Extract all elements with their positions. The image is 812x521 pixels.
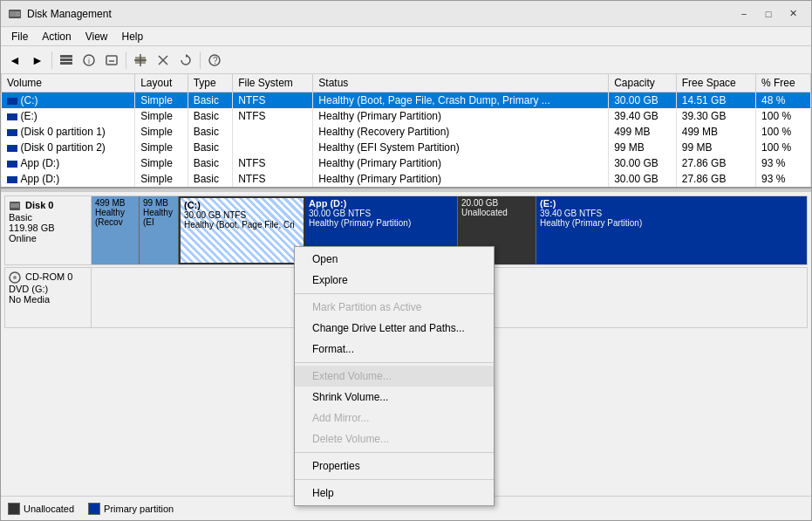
cell-capacity: 30.00 GB — [609, 93, 677, 109]
col-type[interactable]: Type — [188, 74, 233, 93]
cell-type: Basic — [188, 155, 233, 171]
minimize-button[interactable]: − — [733, 5, 755, 23]
volume-table: Volume Layout Type File System Status Ca… — [1, 74, 811, 187]
maximize-button[interactable]: □ — [757, 5, 780, 23]
context-menu-separator — [295, 362, 494, 363]
svg-text:?: ? — [213, 56, 218, 65]
cell-capacity: 30.00 GB — [609, 155, 677, 171]
part-e-name: (E:) — [540, 198, 803, 209]
disk-0-type: Basic — [9, 212, 87, 223]
svg-text:i: i — [88, 57, 90, 65]
part-efi-size: 99 MB — [143, 198, 174, 208]
cell-layout: Simple — [135, 155, 188, 171]
table-row[interactable]: (E:)SimpleBasicNTFSHealthy (Primary Part… — [2, 108, 811, 124]
help-toolbar-button[interactable]: ? — [204, 50, 225, 71]
partition-e[interactable]: (E:) 39.40 GB NTFS Healthy (Primary Part… — [536, 196, 807, 264]
forward-button[interactable]: ► — [27, 50, 48, 71]
context-menu-item[interactable]: Format... — [295, 339, 494, 360]
context-menu-item[interactable]: Properties — [295, 456, 494, 476]
cell-status: Healthy (EFI System Partition) — [313, 140, 609, 155]
cell-freespace: 99 MB — [676, 140, 755, 155]
disk-button[interactable] — [101, 50, 122, 71]
context-menu-separator — [295, 479, 494, 480]
cell-fs — [233, 124, 313, 140]
cell-volume: (E:) — [2, 108, 135, 124]
col-layout[interactable]: Layout — [135, 74, 188, 93]
refresh-button[interactable] — [175, 50, 196, 71]
cell-percentfree: 48 % — [756, 93, 811, 109]
volume-table-area: Volume Layout Type File System Status Ca… — [1, 74, 811, 189]
app-icon — [8, 7, 22, 21]
cell-freespace: 14.51 GB — [676, 93, 755, 109]
delete-button[interactable] — [153, 50, 174, 71]
part-e-size: 39.40 GB NTFS — [540, 209, 803, 218]
cell-layout: Simple — [135, 93, 188, 109]
table-row[interactable]: (C:)SimpleBasicNTFSHealthy (Boot, Page F… — [2, 93, 811, 109]
cell-status: Healthy (Primary Partition) — [313, 108, 609, 124]
menu-view[interactable]: View — [78, 29, 115, 45]
cell-percentfree: 93 % — [756, 155, 811, 171]
legend-unallocated-box — [8, 503, 20, 515]
close-button[interactable]: ✕ — [781, 5, 804, 23]
window-controls: − □ ✕ — [733, 5, 804, 23]
cell-fs: NTFS — [233, 108, 313, 124]
svg-point-3 — [17, 13, 19, 15]
part-recovery-status: Healthy (Recov — [95, 208, 135, 227]
partition-recovery[interactable]: 499 MB Healthy (Recov — [92, 196, 140, 264]
col-capacity[interactable]: Capacity — [609, 74, 677, 93]
cell-capacity: 99 MB — [609, 140, 677, 155]
col-filesystem[interactable]: File System — [233, 74, 313, 93]
svg-rect-6 — [60, 62, 72, 65]
part-recovery-size: 499 MB — [95, 198, 135, 208]
col-status[interactable]: Status — [313, 74, 609, 93]
cell-type: Basic — [188, 124, 233, 140]
table-row[interactable]: App (D:)SimpleBasicNTFSHealthy (Primary … — [2, 155, 811, 171]
table-row[interactable]: (Disk 0 partition 2)SimpleBasicHealthy (… — [2, 140, 811, 155]
cell-freespace: 27.86 GB — [676, 155, 755, 171]
table-row[interactable]: App (D:)SimpleBasicNTFSHealthy (Primary … — [2, 171, 811, 187]
cell-status: Healthy (Boot, Page File, Crash Dump, Pr… — [313, 93, 609, 109]
main-window: Disk Management − □ ✕ File Action View H… — [0, 0, 812, 521]
create-button[interactable] — [130, 50, 151, 71]
partition-efi[interactable]: 99 MB Healthy (EI — [140, 196, 179, 264]
col-percentfree[interactable]: % Free — [756, 74, 811, 93]
cell-volume: App (D:) — [2, 171, 135, 187]
cell-volume: (Disk 0 partition 2) — [2, 140, 135, 155]
svg-rect-20 — [10, 203, 19, 208]
menu-help[interactable]: Help — [115, 29, 151, 45]
col-freespace[interactable]: Free Space — [676, 74, 755, 93]
toolbar: ◄ ► i ? — [1, 46, 811, 74]
col-volume[interactable]: Volume — [2, 74, 135, 93]
back-button[interactable]: ◄ — [4, 50, 25, 71]
part-e-status: Healthy (Primary Partition) — [540, 218, 803, 228]
table-row[interactable]: (Disk 0 partition 1)SimpleBasicHealthy (… — [2, 124, 811, 140]
cdrom-status: No Media — [9, 294, 87, 305]
legend-primary-box — [88, 503, 100, 515]
context-menu-item[interactable]: Explore — [295, 270, 494, 291]
menu-action[interactable]: Action — [35, 29, 78, 45]
part-app-d-name: App (D:) — [309, 198, 454, 209]
menu-file[interactable]: File — [4, 29, 35, 45]
cell-capacity: 39.40 GB — [609, 108, 677, 124]
part-app-d-status: Healthy (Primary Partition) — [309, 218, 454, 228]
cell-layout: Simple — [135, 171, 188, 187]
context-menu-item: Delete Volume... — [295, 428, 494, 449]
cell-fs: NTFS — [233, 93, 313, 109]
properties-button[interactable]: i — [78, 50, 99, 71]
cell-layout: Simple — [135, 124, 188, 140]
disk-list-button[interactable] — [56, 50, 77, 71]
title-bar: Disk Management − □ ✕ — [1, 1, 811, 27]
context-menu-item[interactable]: Help — [295, 483, 494, 504]
svg-rect-4 — [60, 55, 72, 58]
disk-0-name: Disk 0 — [9, 200, 87, 212]
cell-type: Basic — [188, 93, 233, 109]
context-menu-item[interactable]: Shrink Volume... — [295, 387, 494, 408]
disk-0-status: Online — [9, 233, 87, 243]
legend-unallocated-label: Unallocated — [24, 504, 74, 514]
context-menu-item[interactable]: Change Drive Letter and Paths... — [295, 318, 494, 339]
svg-rect-9 — [106, 56, 117, 65]
cell-percentfree: 100 % — [756, 124, 811, 140]
cdrom-0-label: CD-ROM 0 DVD (G:) No Media — [4, 267, 92, 328]
partition-c[interactable]: (C:) 30.00 GB NTFS Healthy (Boot, Page F… — [179, 196, 305, 264]
context-menu-item[interactable]: Open — [295, 249, 494, 270]
